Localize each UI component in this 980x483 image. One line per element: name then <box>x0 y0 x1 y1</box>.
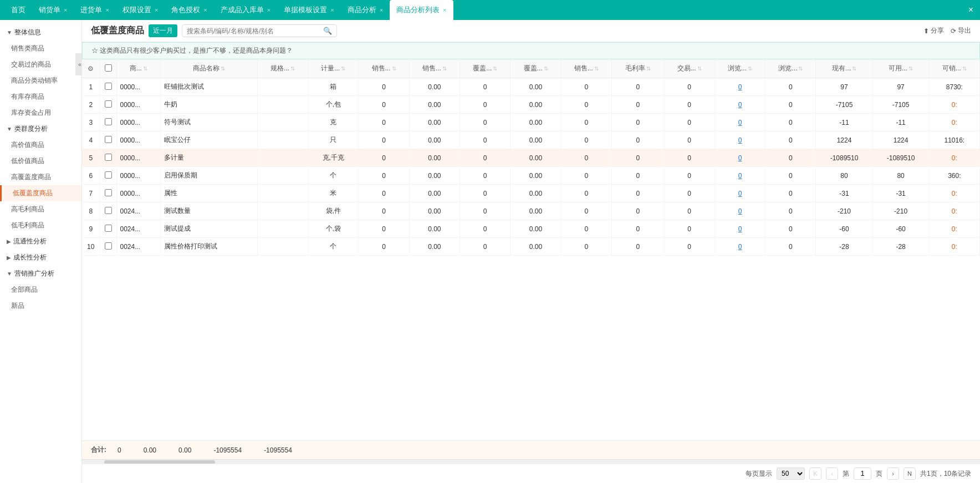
col-code[interactable]: 商...⇅ <box>116 59 161 78</box>
sidebar-item-sales-goods[interactable]: 销售类商品 <box>0 40 81 57</box>
nav-close-roles[interactable]: × <box>203 7 207 13</box>
nav-home[interactable]: 首页 <box>4 0 32 20</box>
cell-checkbox[interactable] <box>100 220 116 238</box>
row-checkbox[interactable] <box>105 154 112 161</box>
sidebar-item-traded-goods[interactable]: 交易过的商品 <box>0 57 81 73</box>
cell-browse1[interactable]: 0 <box>714 131 765 149</box>
sidebar-item-low-value[interactable]: 低价值商品 <box>0 153 81 169</box>
next-page-btn[interactable]: › <box>887 467 899 480</box>
col-current-stock[interactable]: 现有...⇅ <box>816 59 872 78</box>
nav-close-inventory[interactable]: × <box>267 7 270 13</box>
search-input[interactable] <box>187 27 321 35</box>
nav-template[interactable]: 单据模板设置 × <box>277 0 340 20</box>
table-container[interactable]: ⚙ 商...⇅ 商品名称⇅ 规格...⇅ 计量...⇅ 销售...⇅ 销售...… <box>82 59 980 440</box>
col-sales3[interactable]: 销售...⇅ <box>561 59 611 78</box>
sidebar-item-low-margin[interactable]: 低毛利商品 <box>0 217 81 233</box>
col-browse2[interactable]: 浏览...⇅ <box>765 59 816 78</box>
cell-checkbox[interactable] <box>100 114 116 131</box>
nav-permissions[interactable]: 权限设置 × <box>116 0 165 20</box>
first-page-btn[interactable]: K <box>809 467 821 480</box>
col-gross-margin[interactable]: 毛利率⇅ <box>612 59 665 78</box>
nav-roles[interactable]: 角色授权 × <box>165 0 213 20</box>
sidebar-item-high-margin[interactable]: 高毛利商品 <box>0 201 81 217</box>
row-checkbox[interactable] <box>105 118 112 125</box>
cell-browse1[interactable]: 0 <box>714 238 765 256</box>
col-coverage2[interactable]: 覆盖...⇅ <box>511 59 561 78</box>
col-checkbox[interactable] <box>100 59 116 78</box>
sidebar-section-marketing[interactable]: ▼ 营销推广分析 <box>0 266 81 282</box>
cell-browse1[interactable]: 0 <box>714 220 765 238</box>
sidebar-item-all-goods[interactable]: 全部商品 <box>0 282 81 298</box>
cell-browse1[interactable]: 0 <box>714 149 765 167</box>
nav-close-sales[interactable]: × <box>64 7 67 13</box>
page-input[interactable] <box>854 467 871 480</box>
cell-checkbox[interactable] <box>100 167 116 185</box>
col-spec[interactable]: 规格...⇅ <box>257 59 308 78</box>
sidebar-item-high-value[interactable]: 高价值商品 <box>0 137 81 153</box>
col-settings[interactable]: ⚙ <box>82 59 100 78</box>
nav-product-analysis-list[interactable]: 商品分析列表 × <box>390 0 453 20</box>
col-trade[interactable]: 交易...⇅ <box>664 59 714 78</box>
col-available-stock[interactable]: 可用...⇅ <box>872 59 929 78</box>
cell-checkbox[interactable] <box>100 78 116 96</box>
nav-close-permissions[interactable]: × <box>155 7 158 13</box>
cell-browse1[interactable]: 0 <box>714 185 765 202</box>
nav-close-product-analysis-list[interactable]: × <box>443 7 446 13</box>
row-checkbox[interactable] <box>105 242 112 250</box>
page-size-select[interactable]: 50 20 100 200 <box>777 467 805 480</box>
row-checkbox[interactable] <box>105 189 112 196</box>
settings-icon[interactable]: ⚙ <box>88 65 94 73</box>
row-checkbox[interactable] <box>105 136 112 143</box>
search-icon[interactable]: 🔍 <box>323 27 332 35</box>
row-checkbox[interactable] <box>105 100 112 108</box>
nav-inventory[interactable]: 产成品入库单 × <box>214 0 277 20</box>
row-checkbox[interactable] <box>105 83 112 90</box>
sidebar-collapse-btn[interactable]: « <box>75 53 82 75</box>
col-sales-amt[interactable]: 销售...⇅ <box>409 59 460 78</box>
cell-browse1[interactable]: 0 <box>714 202 765 220</box>
sidebar-item-new-goods[interactable]: 新品 <box>0 298 81 314</box>
nav-close-purchase[interactable]: × <box>105 7 109 13</box>
cell-checkbox[interactable] <box>100 149 116 167</box>
nav-product-analysis[interactable]: 商品分析 × <box>341 0 390 20</box>
sidebar-section-cluster[interactable]: ▼ 类群度分析 <box>0 121 81 137</box>
sidebar-section-overall[interactable]: ▼ 整体信息 <box>0 24 81 40</box>
select-all-checkbox[interactable] <box>105 64 112 72</box>
nav-purchase[interactable]: 进货单 × <box>74 0 115 20</box>
col-browse1[interactable]: 浏览...⇅ <box>714 59 765 78</box>
row-checkbox[interactable] <box>105 225 112 232</box>
export-button[interactable]: ⟳ 导出 <box>951 26 971 35</box>
cell-checkbox[interactable] <box>100 202 116 220</box>
cell-checkbox[interactable] <box>100 96 116 114</box>
horizontal-scrollbar[interactable] <box>82 459 980 464</box>
sidebar-item-in-stock[interactable]: 有库存商品 <box>0 89 81 105</box>
last-page-btn[interactable]: N <box>904 467 916 480</box>
cell-checkbox[interactable] <box>100 238 116 256</box>
period-button[interactable]: 近一月 <box>149 24 177 37</box>
sidebar-section-growth[interactable]: ▶ 成长性分析 <box>0 250 81 266</box>
sidebar-item-high-coverage[interactable]: 高覆盖度商品 <box>0 169 81 185</box>
cell-checkbox[interactable] <box>100 185 116 202</box>
col-coverage1[interactable]: 覆盖...⇅ <box>460 59 511 78</box>
nav-close-template[interactable]: × <box>330 7 334 13</box>
row-checkbox[interactable] <box>105 171 112 179</box>
sidebar-item-category-rate[interactable]: 商品分类动销率 <box>0 73 81 89</box>
cell-browse1[interactable]: 0 <box>714 78 765 96</box>
cell-checkbox[interactable] <box>100 131 116 149</box>
col-name[interactable]: 商品名称⇅ <box>161 59 258 78</box>
share-button[interactable]: ⬆ 分享 <box>923 26 944 35</box>
nav-sales[interactable]: 销货单 × <box>32 0 74 20</box>
col-saleable[interactable]: 可销...⇅ <box>929 59 979 78</box>
nav-close-product-analysis[interactable]: × <box>380 7 383 13</box>
prev-page-btn[interactable]: ‹ <box>826 467 838 480</box>
close-all-tabs[interactable]: × <box>968 5 973 15</box>
col-unit[interactable]: 计量...⇅ <box>308 59 359 78</box>
sidebar-section-liquidity[interactable]: ▶ 流通性分析 <box>0 233 81 250</box>
col-sales-qty[interactable]: 销售...⇅ <box>359 59 409 78</box>
cell-browse1[interactable]: 0 <box>714 114 765 131</box>
row-checkbox[interactable] <box>105 207 112 214</box>
cell-browse1[interactable]: 0 <box>714 167 765 185</box>
cell-browse1[interactable]: 0 <box>714 96 765 114</box>
sidebar-item-low-coverage[interactable]: 低覆盖度商品 <box>0 185 81 201</box>
sidebar-item-capital[interactable]: 库存资金占用 <box>0 105 81 121</box>
